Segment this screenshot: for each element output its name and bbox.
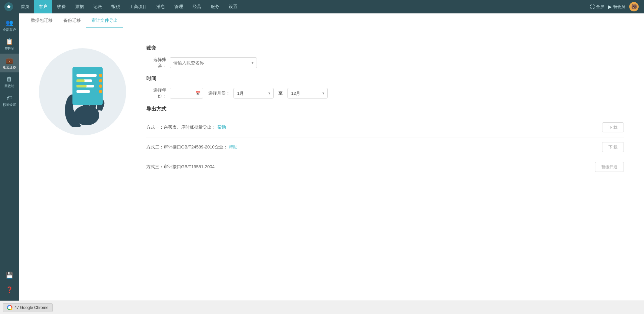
year-label: 选择年份： [146,87,166,99]
method-3-text: 方式三：审计接口GB/T19581-2004 [146,164,215,169]
fullscreen-icon: ⛶ [590,4,595,9]
year-input[interactable]: 2023 [170,88,203,99]
method-2-download-button[interactable]: 下 载 [602,142,624,152]
vip-button[interactable]: ▶ 畅会员 [608,4,625,10]
method-3-label: 方式三：审计接口GB/T19581-2004 [146,164,215,170]
nav-home[interactable]: 首页 [16,0,34,13]
sidebar-item-account-migration[interactable]: 💼 账套迁移 [0,54,19,72]
content-area: 数据包迁移 备份迁移 审计文件导出 [19,13,644,301]
sidebar-help-button[interactable]: ❓ [0,283,19,297]
time-section-title: 时间 [146,75,624,82]
account-label: 选择账套： [146,57,166,69]
sidebar-item-all-customers[interactable]: 👥 全部客户 [0,16,19,35]
tab-backup-migration[interactable]: 备份迁移 [58,13,86,28]
svg-rect-4 [76,74,97,77]
audit-illustration [49,57,116,127]
filing-icon: 📋 [6,38,13,45]
svg-point-11 [99,90,102,93]
svg-point-10 [99,84,102,88]
sidebar-item-recycle[interactable]: 🗑 回收站 [0,72,19,91]
export-method-2-row: 方式二：审计接口GB/T24589-2010企业： 帮助 下 载 [146,137,624,157]
month-end-select-wrapper: 1月2月3月 4月5月6月 7月8月9月 10月11月 12月 ▼ [287,88,328,99]
svg-point-2 [74,105,99,125]
sidebar-label-tags: 标签设置 [3,103,16,107]
account-input[interactable] [170,57,257,68]
time-form-row: 选择年份： 2023 📅 选择月份： 1月2月3月 4月5月6月 7月8月9月 … [146,87,624,99]
svg-rect-13 [76,85,87,87]
svg-rect-7 [76,90,90,93]
nav-right: ⛶ 全屏 ▶ 畅会员 🐻 [590,2,644,11]
sidebar: 👥 全部客户 📋 0申报 💼 账套迁移 🗑 回收站 🏷 标签设置 💾 ❓ [0,13,19,301]
recycle-icon: 🗑 [6,76,12,83]
nav-operation[interactable]: 经营 [188,0,206,13]
app-logo [3,1,15,13]
month-end-select[interactable]: 1月2月3月 4月5月6月 7月8月9月 10月11月 12月 [287,88,328,99]
svg-point-8 [99,74,102,77]
main-layout: 👥 全部客户 📋 0申报 💼 账套迁移 🗑 回收站 🏷 标签设置 💾 ❓ 数据包… [0,13,644,301]
method-2-help-link[interactable]: 帮助 [229,144,237,149]
sidebar-download-button[interactable]: 💾 [0,268,19,282]
fullscreen-button[interactable]: ⛶ 全屏 [590,4,604,10]
year-input-wrapper: 2023 📅 [170,88,203,99]
method-1-download-button[interactable]: 下 载 [602,122,624,132]
account-select-wrapper: ▼ [170,57,257,68]
nav-items: 首页 客户 收费 票据 记账 报税 工商项目 消息 管理 经营 服务 设置 [16,0,590,13]
account-section-title: 账套 [146,45,624,51]
sidebar-label-migration: 账套迁移 [3,65,16,69]
form-section: 账套 选择账套： ▼ 时间 选择年份： 2023 📅 [146,42,624,177]
month-start-select-wrapper: 1月2月3月 4月5月6月 7月8月9月 10月11月12月 ▼ [233,88,274,99]
export-method-1-row: 方式一：余额表、序时账批量导出： 帮助 下 载 [146,118,624,137]
vip-label: 畅会员 [613,4,625,10]
nav-settings[interactable]: 设置 [224,0,242,13]
sidebar-label-customers: 全部客户 [3,28,16,32]
taskbar: 47 Google Chrome [0,301,644,314]
top-navigation: 首页 客户 收费 票据 记账 报税 工商项目 消息 管理 经营 服务 设置 ⛶ … [0,0,644,13]
method-3-unlock-button[interactable]: 暂缓开通 [595,162,624,172]
method-1-label: 方式一：余额表、序时账批量导出： 帮助 [146,124,226,130]
page-content: 账套 选择账套： ▼ 时间 选择年份： 2023 📅 [19,28,644,301]
tab-audit-export[interactable]: 审计文件导出 [86,13,123,28]
tab-bar: 数据包迁移 备份迁移 审计文件导出 [19,13,644,28]
customers-icon: 👥 [6,19,13,26]
sidebar-bottom: 💾 ❓ [0,268,19,301]
sidebar-item-zero-filing[interactable]: 📋 0申报 [0,35,19,54]
nav-business[interactable]: 工商项目 [125,0,152,13]
illustration-area [39,42,126,135]
chrome-icon [7,305,12,310]
avatar[interactable]: 🐻 [629,2,639,11]
nav-customers[interactable]: 客户 [34,0,52,13]
nav-invoice[interactable]: 票据 [70,0,89,13]
month-label: 选择月份： [207,90,230,96]
tag-icon: 🏷 [6,95,12,102]
export-method-3-row: 方式三：审计接口GB/T19581-2004 暂缓开通 [146,157,624,177]
migration-icon: 💼 [6,57,13,64]
sidebar-item-tag-settings[interactable]: 🏷 标签设置 [0,91,19,110]
sidebar-label-filing: 0申报 [5,47,14,51]
method-2-label: 方式二：审计接口GB/T24589-2010企业： 帮助 [146,144,237,150]
time-separator: 至 [277,90,284,96]
svg-point-9 [99,79,102,82]
method-1-help-link[interactable]: 帮助 [217,125,226,130]
month-start-select[interactable]: 1月2月3月 4月5月6月 7月8月9月 10月11月12月 [233,88,274,99]
nav-accounting[interactable]: 记账 [89,0,107,13]
nav-tax[interactable]: 报税 [107,0,125,13]
sidebar-label-recycle: 回收站 [4,84,14,88]
svg-point-1 [7,5,10,8]
export-section-title: 导出方式 [146,106,624,112]
fullscreen-label: 全屏 [596,4,604,10]
method-2-text: 方式二：审计接口GB/T24589-2010企业： [146,144,228,149]
vip-icon: ▶ [608,4,612,9]
taskbar-chrome[interactable]: 47 Google Chrome [3,303,53,312]
nav-manage[interactable]: 管理 [170,0,188,13]
taskbar-chrome-label: 47 Google Chrome [14,305,48,310]
tab-data-migration[interactable]: 数据包迁移 [25,13,58,28]
svg-rect-12 [76,79,85,82]
nav-service[interactable]: 服务 [206,0,224,13]
account-form-row: 选择账套： ▼ [146,57,624,69]
nav-message[interactable]: 消息 [152,0,170,13]
method-1-text: 方式一：余额表、序时账批量导出： [146,125,216,130]
illustration-circle [39,48,126,135]
nav-billing[interactable]: 收费 [52,0,70,13]
